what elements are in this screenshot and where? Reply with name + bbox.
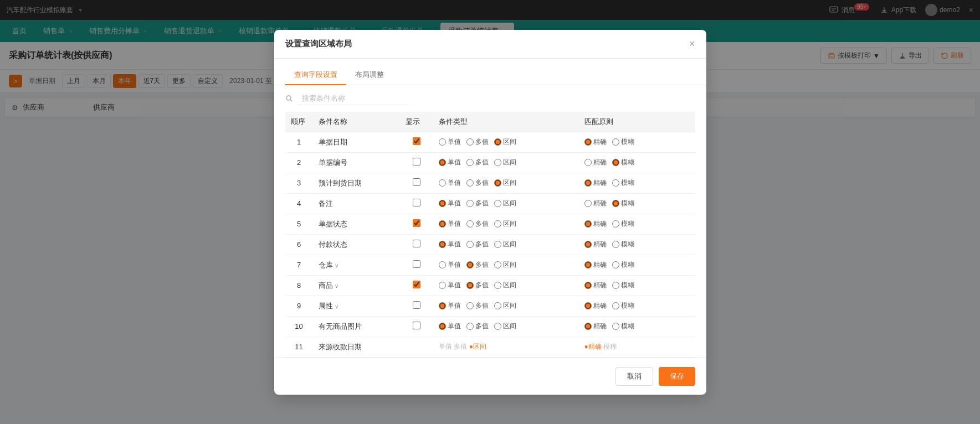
col-show: 显示 [400,112,433,123]
dialog-table-wrap: 顺序 条件名称 显示 条件类型 匹配原则 1单据日期单值多值区间精确模糊2单据编… [274,112,706,123]
tab-label: 查询字段设置 [294,70,337,79]
dialog-search-area [274,85,706,112]
dialog-title: 设置查询区域布局 [285,39,352,49]
conditions-table: 顺序 条件名称 显示 条件类型 匹配原则 1单据日期单值多值区间精确模糊2单据编… [285,112,695,123]
tab-layout-adjust[interactable]: 布局调整 [346,65,393,85]
search-input[interactable] [297,92,408,105]
modal-overlay: 设置查询区域布局 × 查询字段设置 布局调整 顺序 条 [0,0,980,122]
col-seq: 顺序 [285,112,313,123]
tab-query-field-settings[interactable]: 查询字段设置 [285,65,346,85]
col-match: 匹配原则 [579,112,695,123]
dialog-header: 设置查询区域布局 × [274,30,706,59]
tab-label: 布局调整 [355,70,384,79]
search-icon [285,95,293,102]
dialog-tabs: 查询字段设置 布局调整 [274,59,706,85]
dialog-close-button[interactable]: × [689,39,695,49]
col-type: 条件类型 [433,112,579,123]
col-name: 条件名称 [313,112,401,123]
settings-dialog: 设置查询区域布局 × 查询字段设置 布局调整 顺序 条 [274,30,706,123]
